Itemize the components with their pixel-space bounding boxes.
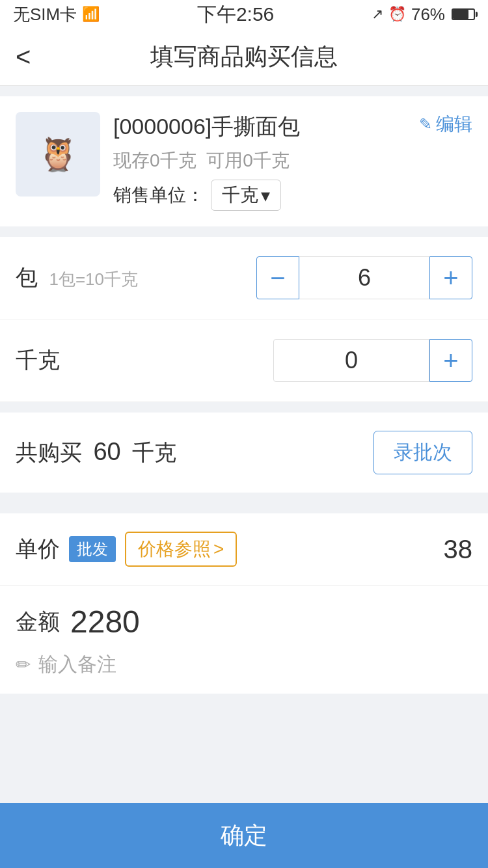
separator-1 xyxy=(0,493,488,503)
price-value: 38 xyxy=(444,535,473,564)
note-icon: ✏ xyxy=(16,654,31,675)
price-section: 单价 批发 价格参照 > 38 xyxy=(0,513,488,585)
kg-input-row: 千克 + xyxy=(0,319,488,402)
batch-button[interactable]: 录批次 xyxy=(373,431,472,474)
amount-value: 2280 xyxy=(70,604,140,640)
amount-row: 金额 2280 xyxy=(16,604,472,640)
unit-select[interactable]: 千克 ▾ xyxy=(211,180,281,211)
amount-section: 金额 2280 ✏ 输入备注 xyxy=(0,585,488,694)
kg-increment-button[interactable]: + xyxy=(429,339,472,382)
note-row[interactable]: ✏ 输入备注 xyxy=(16,651,472,678)
status-left: 无SIM卡 📶 xyxy=(13,3,100,26)
package-controls: − + xyxy=(256,256,472,299)
package-input-row: 包 1包=10千克 − + xyxy=(0,237,488,319)
total-text: 共购买 60 千克 xyxy=(16,438,176,468)
status-time: 下午2:56 xyxy=(197,1,274,28)
kg-input[interactable] xyxy=(273,339,429,382)
package-increment-button[interactable]: + xyxy=(429,256,472,299)
price-ref-button[interactable]: 价格参照 > xyxy=(125,532,237,567)
package-hint: 1包=10千克 xyxy=(49,269,138,289)
price-left: 单价 批发 价格参照 > xyxy=(16,532,237,567)
location-icon: ↗ xyxy=(372,6,383,23)
battery-icon xyxy=(452,8,475,20)
status-right: ↗ ⏰ 76% xyxy=(372,5,475,25)
edit-icon: ✎ xyxy=(419,115,432,133)
product-card: 🦉 [0000006]手撕面包 现存0千克 可用0千克 销售单位： 千克 ▾ ✎… xyxy=(0,96,488,226)
page-title: 填写商品购买信息 xyxy=(150,41,338,73)
product-image: 🦉 xyxy=(16,112,100,197)
battery-percent: 76% xyxy=(411,5,445,25)
bottom-bar[interactable]: 确定 xyxy=(0,803,488,868)
kg-controls: + xyxy=(273,339,472,382)
package-decrement-button[interactable]: − xyxy=(256,256,299,299)
input-section: 包 1包=10千克 − + 千克 + xyxy=(0,237,488,402)
kg-label: 千克 xyxy=(16,346,273,375)
package-input[interactable] xyxy=(299,256,429,299)
alarm-icon: ⏰ xyxy=(388,6,406,23)
confirm-button[interactable]: 确定 xyxy=(221,820,267,852)
package-label: 包 1包=10千克 xyxy=(16,263,256,293)
price-row: 单价 批发 价格参照 > 38 xyxy=(16,532,472,567)
arrow-icon: > xyxy=(213,539,224,560)
wifi-icon: 📶 xyxy=(82,6,100,23)
note-placeholder: 输入备注 xyxy=(38,651,116,678)
price-tag: 批发 xyxy=(69,536,116,562)
total-row: 共购买 60 千克 录批次 xyxy=(0,413,488,493)
edit-button[interactable]: ✎ 编辑 xyxy=(419,112,472,137)
product-logo: 🦉 xyxy=(38,135,78,173)
product-stock: 现存0千克 可用0千克 xyxy=(113,148,472,173)
carrier-text: 无SIM卡 xyxy=(13,3,77,26)
back-button[interactable]: < xyxy=(16,42,31,72)
nav-bar: < 填写商品购买信息 xyxy=(0,29,488,86)
dropdown-icon: ▾ xyxy=(261,185,270,206)
status-bar: 无SIM卡 📶 下午2:56 ↗ ⏰ 76% xyxy=(0,0,488,29)
product-unit-row: 销售单位： 千克 ▾ xyxy=(113,180,472,211)
